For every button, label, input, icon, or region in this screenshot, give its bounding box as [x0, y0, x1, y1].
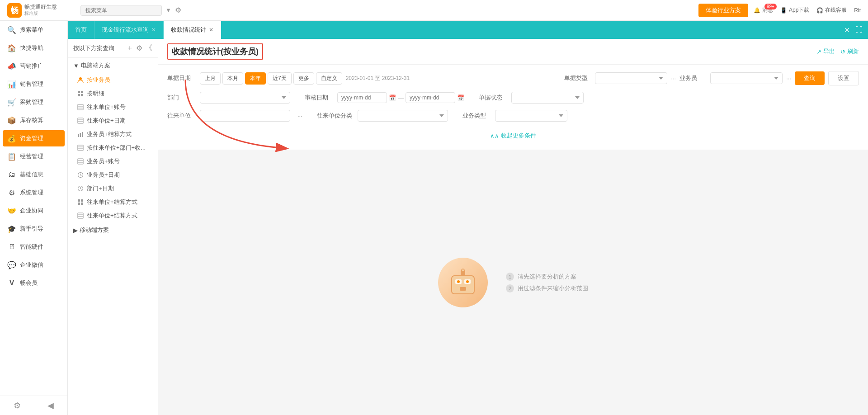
review-date-range: 📅 — 📅 — [337, 92, 464, 103]
sidebar-item-inventory[interactable]: 📦 库存核算 — [0, 111, 67, 129]
partner-more-icon[interactable]: ··· — [297, 113, 302, 119]
svg-rect-2 — [81, 91, 83, 93]
filter-docstatus-label: 单据状态 — [479, 94, 506, 102]
export-icon: ↗ — [816, 48, 821, 55]
search-icon: 🔍 — [7, 25, 16, 34]
sidebar-item-basic[interactable]: 🗂 基础信息 — [0, 165, 67, 184]
step-num-1: 1 — [506, 273, 514, 281]
date-btn-more[interactable]: 更多 — [293, 72, 314, 85]
svg-point-0 — [79, 77, 82, 80]
tab-maximize-icon[interactable]: ⛶ — [855, 26, 863, 34]
notification-item[interactable]: 🔔 消息 99+ — [754, 6, 773, 14]
scheme-item-partner-settle-1[interactable]: 往来单位+结算方式 — [68, 195, 158, 209]
scheme-item-salesperson-date[interactable]: 业务员+日期 — [68, 168, 158, 182]
notification-badge: 99+ — [764, 4, 777, 9]
filter-type-select[interactable] — [595, 72, 667, 84]
filter-dept-select[interactable] — [200, 92, 290, 104]
scheme-item-dept-date[interactable]: 部门+日期 — [68, 182, 158, 195]
filter-salesperson-select[interactable] — [710, 72, 783, 84]
filter-dept-label: 部门 — [167, 94, 194, 102]
svg-point-33 — [457, 280, 460, 283]
sidebar-item-wechat[interactable]: 💬 企业微信 — [0, 256, 67, 274]
filter-biztype-select[interactable] — [495, 110, 567, 122]
scheme-item-partner-account[interactable]: 往来单位+账号 — [68, 100, 158, 114]
tab-home[interactable]: 首页 — [68, 21, 94, 39]
salesperson-more-icon[interactable]: ··· — [786, 75, 791, 82]
scheme-add-icon[interactable]: ＋ — [126, 43, 133, 53]
filter-biztype-label: 业务类型 — [462, 112, 490, 120]
review-date-start[interactable] — [337, 92, 387, 103]
scheme-item-partner-dept[interactable]: 按往来单位+部门+收... — [68, 141, 158, 155]
scheme-item-0-label: 按业务员 — [87, 76, 110, 84]
filter-docstatus-select[interactable] — [511, 92, 584, 104]
date-btn-last-month[interactable]: 上月 — [200, 72, 221, 85]
date-btn-custom[interactable]: 自定义 — [316, 72, 342, 85]
online-service-item[interactable]: 🎧 在线客服 — [816, 6, 847, 14]
scheme-item-1-label: 按明细 — [87, 90, 104, 98]
date-btn-this-month[interactable]: 本月 — [222, 72, 243, 85]
filter-partner-category-select[interactable] — [358, 110, 448, 122]
svg-rect-24 — [78, 203, 80, 205]
scheme-item-partner-settle-2[interactable]: 往来单位+结算方式 — [68, 209, 158, 222]
review-date-end[interactable] — [406, 92, 455, 103]
settings-button[interactable]: 设置 — [828, 71, 859, 85]
sidebar-item-sales[interactable]: 📊 销售管理 — [0, 75, 67, 93]
scheme-item-partner-date[interactable]: 往来单位+日期 — [68, 114, 158, 127]
scheme-item-salesperson-settle[interactable]: 业务员+结算方式 — [68, 127, 158, 141]
scheme-collapse-icon[interactable]: 《 — [145, 43, 152, 53]
nav-dropdown-icon[interactable]: ▼ — [165, 7, 171, 14]
empty-step-1-text: 请先选择要分析的方案 — [518, 273, 576, 281]
top-search-input[interactable] — [80, 5, 162, 16]
date-btn-7days[interactable]: 近7天 — [268, 72, 292, 85]
sidebar-item-management[interactable]: 📋 经营管理 — [0, 147, 67, 165]
type-more-icon[interactable]: ··· — [671, 75, 676, 82]
collapse-conditions-button[interactable]: ∧∧ 收起更多条件 — [167, 128, 859, 143]
sidebar-label-inventory: 库存核算 — [20, 116, 43, 124]
sidebar-item-cooperation[interactable]: 🤝 企业协同 — [0, 202, 67, 220]
sidebar-item-hardware[interactable]: 🖥 智能硬件 — [0, 238, 67, 256]
sidebar-settings-icon[interactable]: ⚙ — [14, 401, 21, 410]
date-btn-this-year[interactable]: 本年 — [245, 72, 266, 85]
sidebar-label-cooperation: 企业协同 — [20, 207, 43, 215]
query-button[interactable]: 查询 — [795, 71, 825, 85]
nav-settings-icon[interactable]: ⚙ — [175, 6, 181, 14]
calendar-icon-end[interactable]: 📅 — [457, 94, 464, 101]
sidebar-item-marketing[interactable]: 📣 营销推广 — [0, 57, 67, 75]
scheme-tree-mobile-parent[interactable]: ▶ 移动端方案 — [68, 222, 158, 238]
sidebar-item-finance[interactable]: 💰 资金管理 — [3, 130, 65, 146]
calendar-icon-start[interactable]: 📅 — [389, 94, 396, 101]
sidebar-item-system[interactable]: ⚙ 系统管理 — [0, 184, 67, 202]
export-button[interactable]: ↗ 导出 — [816, 47, 835, 56]
grid-icon — [77, 90, 84, 97]
home-icon: 🏠 — [7, 43, 16, 52]
tab-bank-flow[interactable]: 现金银行流水查询 ✕ — [94, 21, 164, 39]
scheme-tree-desktop-parent[interactable]: ▼ 电脑端方案 — [68, 58, 158, 73]
sidebar-item-purchase[interactable]: 🛒 采购管理 — [0, 93, 67, 111]
scheme-item-by-salesperson[interactable]: 按业务员 — [68, 73, 158, 87]
scheme-item-salesperson-account[interactable]: 业务员+账号 — [68, 155, 158, 168]
scheme-item-5-label: 按往来单位+部门+收... — [87, 144, 146, 152]
refresh-button[interactable]: ↺ 刷新 — [840, 47, 859, 56]
sidebar-item-quicknav[interactable]: 🏠 快捷导航 — [0, 39, 67, 57]
app-download-item[interactable]: 📱 App下载 — [780, 6, 809, 14]
scheme-item-detail[interactable]: 按明细 — [68, 87, 158, 100]
sidebar-label-purchase: 采购管理 — [20, 98, 43, 106]
sidebar-item-guide[interactable]: 🎓 新手引导 — [0, 220, 67, 238]
sidebar-collapse-icon[interactable]: ◀ — [47, 401, 54, 410]
user-name-item[interactable]: Rit — [854, 7, 861, 14]
tab-close-all-icon[interactable]: ✕ — [844, 26, 850, 34]
table-icon-0 — [77, 104, 84, 111]
sidebar-item-vip[interactable]: V 畅会员 — [0, 274, 67, 292]
trial-button[interactable]: 体验行业方案 — [698, 4, 748, 17]
tab-receipt-stats-label: 收款情况统计 — [171, 26, 206, 34]
cooperation-icon: 🤝 — [7, 206, 16, 215]
sales-icon: 📊 — [7, 80, 16, 89]
filter-partner-input[interactable] — [200, 110, 290, 122]
scheme-settings-icon[interactable]: ⚙ — [136, 44, 142, 52]
tab-bank-flow-close[interactable]: ✕ — [151, 27, 156, 33]
svg-rect-26 — [78, 213, 83, 218]
tab-receipt-stats[interactable]: 收款情况统计 ✕ — [164, 21, 221, 39]
tab-receipt-stats-close[interactable]: ✕ — [209, 27, 213, 33]
sidebar-label-wechat: 企业微信 — [20, 261, 43, 269]
sidebar-item-search[interactable]: 🔍 搜索菜单 — [0, 21, 67, 39]
